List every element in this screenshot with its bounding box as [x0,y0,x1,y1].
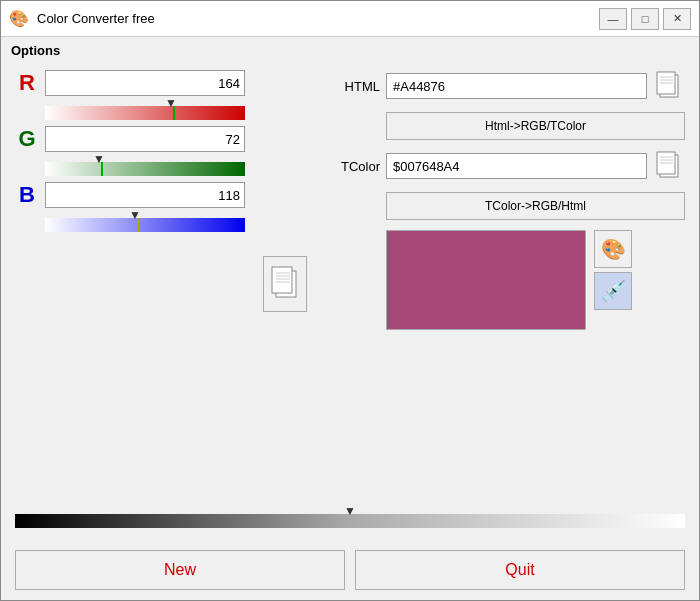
b-row: B [15,182,245,232]
color-preview [386,230,586,330]
options-label: Options [1,37,699,62]
html-copy-icon [655,70,683,102]
middle-panel [255,70,315,498]
copy-icon [270,265,300,303]
brightness-slider-area [1,506,699,544]
r-label: R [15,70,39,96]
brightness-slider[interactable] [15,506,685,532]
r-slider-track[interactable] [45,106,245,120]
b-slider-track[interactable] [45,218,245,232]
app-icon: 🎨 [9,9,29,29]
g-input[interactable] [45,126,245,152]
b-slider-container [45,210,245,232]
html-convert-button[interactable]: Html->RGB/TColor [386,112,685,140]
r-slider-container [45,98,245,120]
b-input[interactable] [45,182,245,208]
g-slider-thumb[interactable] [96,154,106,164]
eyedropper-button[interactable]: 💉 [594,272,632,310]
tcolor-label: TColor [325,159,380,174]
r-row: R [15,70,245,120]
g-label: G [15,126,39,152]
palette-button[interactable]: 🎨 [594,230,632,268]
main-window: 🎨 Color Converter free — □ ✕ Options R [0,0,700,601]
window-controls: — □ ✕ [599,8,691,30]
tcolor-input[interactable] [386,153,647,179]
copy-all-button[interactable] [263,256,307,312]
eyedropper-icon: 💉 [601,279,626,303]
html-label: HTML [325,79,380,94]
r-input[interactable] [45,70,245,96]
action-buttons: New Quit [1,544,699,600]
right-panel: HTML Html->RGB/TColor TColor [325,70,685,498]
tcolor-copy-icon [655,150,683,182]
title-bar: 🎨 Color Converter free — □ ✕ [1,1,699,37]
b-label: B [15,182,39,208]
palette-icon: 🎨 [601,237,626,261]
html-copy-button[interactable] [653,70,685,102]
preview-area: 🎨 💉 [386,230,685,330]
html-row: HTML [325,70,685,102]
tcolor-copy-button[interactable] [653,150,685,182]
g-slider-container [45,154,245,176]
minimize-button[interactable]: — [599,8,627,30]
tcolor-row: TColor [325,150,685,182]
maximize-button[interactable]: □ [631,8,659,30]
tcolor-convert-button[interactable]: TColor->RGB/Html [386,192,685,220]
html-input[interactable] [386,73,647,99]
new-button[interactable]: New [15,550,345,590]
window-title: Color Converter free [37,11,591,26]
b-slider-thumb[interactable] [132,210,142,220]
g-row: G [15,126,245,176]
quit-button[interactable]: Quit [355,550,685,590]
g-slider-track[interactable] [45,162,245,176]
svg-rect-1 [272,267,292,293]
close-button[interactable]: ✕ [663,8,691,30]
rgb-panel: R G [15,70,245,498]
main-content: R G [1,62,699,506]
action-icons: 🎨 💉 [594,230,632,310]
r-slider-thumb[interactable] [168,98,178,108]
